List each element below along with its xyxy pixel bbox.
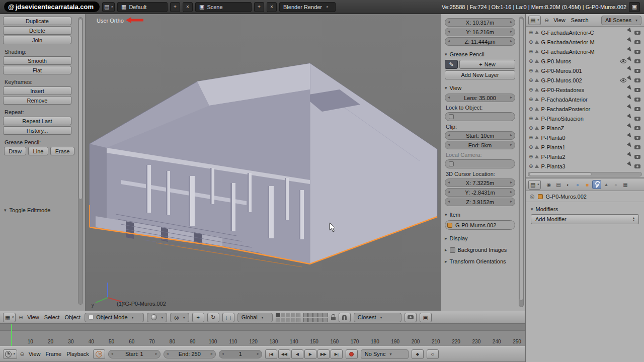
frame-start-field[interactable]: ◂Start: 1▸: [108, 350, 160, 358]
editor-type-button[interactable]: ▦▾: [3, 313, 16, 322]
repeat-last-button[interactable]: Repeat Last: [3, 117, 71, 125]
restrict-render-icon[interactable]: [634, 164, 640, 168]
layer-toggle[interactable]: [303, 318, 308, 322]
layer-toggle[interactable]: [281, 313, 285, 317]
insert-keyframe-button[interactable]: Insert: [3, 86, 71, 95]
n-panel-scrollbar[interactable]: [519, 17, 524, 307]
outliner-item[interactable]: ⊕P-PlanoZ: [527, 123, 642, 133]
new-grease-pencil-button[interactable]: +New: [459, 60, 515, 69]
delete-layout-button[interactable]: ×: [183, 2, 193, 12]
opengl-render-button[interactable]: [405, 313, 417, 322]
toggle-editmode-panel-header[interactable]: ▾ Toggle Editmode: [4, 207, 50, 213]
increment-arrow-icon[interactable]: ▸: [510, 142, 512, 147]
layer-toggle[interactable]: [308, 313, 313, 317]
outliner-item[interactable]: ⊕G-FachadaAnterior-M: [527, 47, 642, 56]
collapse-menus-icon[interactable]: ⊖: [20, 351, 25, 357]
menu-search[interactable]: Search: [570, 17, 590, 23]
jump-to-end-button[interactable]: ▶|: [331, 349, 343, 359]
tab-modifiers[interactable]: [592, 180, 601, 189]
outliner-item[interactable]: ⊕G-P0-Muros: [527, 56, 642, 66]
model-3d[interactable]: [86, 14, 441, 311]
tab-object[interactable]: [583, 180, 592, 189]
restrict-render-icon[interactable]: [634, 107, 640, 111]
decrement-arrow-icon[interactable]: ◂: [448, 190, 450, 194]
restrict-render-icon[interactable]: [634, 78, 640, 82]
layer-toggle[interactable]: [308, 318, 313, 322]
prev-keyframe-button[interactable]: ◀◀: [278, 349, 290, 359]
collapse-menus-icon[interactable]: ⊖: [19, 314, 23, 321]
layer-toggle[interactable]: [318, 313, 323, 317]
modifiers-panel-header[interactable]: ▾ Modifiers: [531, 206, 644, 212]
use-preview-range-button[interactable]: [93, 349, 105, 359]
delete-keyframe-button[interactable]: ◇: [427, 349, 439, 359]
layer-toggle[interactable]: [276, 313, 280, 317]
tab-world[interactable]: [573, 180, 582, 189]
expand-icon[interactable]: ⊕: [529, 135, 533, 140]
outliner-item[interactable]: ⊕P-Planta0: [527, 133, 642, 142]
layer-toggle[interactable]: [318, 318, 323, 322]
current-frame-field[interactable]: ◂1▸: [219, 350, 262, 358]
outliner-item[interactable]: ⊕P-Planta1: [527, 142, 642, 152]
background-images-panel-header[interactable]: ▸Background Images: [445, 247, 515, 253]
menu-view[interactable]: View: [26, 314, 40, 320]
expand-icon[interactable]: ⊕: [529, 116, 533, 121]
restrict-render-icon[interactable]: [634, 88, 640, 92]
restrict-select-icon[interactable]: [627, 95, 634, 102]
restrict-select-icon[interactable]: [627, 114, 634, 121]
restrict-select-icon[interactable]: [627, 133, 634, 140]
increment-arrow-icon[interactable]: ▸: [510, 39, 512, 43]
restrict-select-icon[interactable]: [627, 56, 634, 64]
outliner-display-mode-selector[interactable]: All Scenes ▾: [601, 16, 641, 25]
viewport-3d[interactable]: User Ortho x y (1) G-P0-Muros.002: [86, 14, 441, 311]
tab-object-data[interactable]: [602, 180, 611, 189]
snap-element-selector[interactable]: Closest ▾: [354, 313, 401, 322]
object-name-field[interactable]: G-P0-Muros.002: [445, 220, 515, 230]
layer-toggle[interactable]: [313, 318, 318, 322]
restrict-select-icon[interactable]: [627, 47, 634, 54]
grease-pencil-draw-button[interactable]: ✎: [445, 60, 458, 69]
history-button[interactable]: History...: [3, 126, 71, 135]
grease-line-button[interactable]: Line: [28, 147, 48, 155]
add-scene-button[interactable]: +: [254, 2, 264, 12]
restrict-render-icon[interactable]: [634, 69, 640, 73]
grease-erase-button[interactable]: Erase: [50, 147, 74, 155]
expand-icon[interactable]: ⊕: [529, 163, 533, 169]
expand-icon[interactable]: ⊕: [529, 58, 533, 64]
increment-arrow-icon[interactable]: ▸: [510, 199, 512, 204]
decrement-arrow-icon[interactable]: ◂: [167, 351, 169, 356]
view-panel-header[interactable]: ▾View: [445, 85, 515, 91]
increment-arrow-icon[interactable]: ▸: [510, 29, 512, 34]
viewport-shading-selector[interactable]: ▾: [147, 313, 167, 322]
manipulator-rotate-button[interactable]: ↻: [207, 313, 219, 322]
tab-texture[interactable]: [621, 180, 630, 189]
clip-end-field[interactable]: ◂End: 5km▸: [445, 141, 515, 149]
decrement-arrow-icon[interactable]: ◂: [448, 133, 450, 137]
expand-icon[interactable]: ⊕: [529, 125, 533, 131]
increment-arrow-icon[interactable]: ▸: [510, 180, 512, 185]
layer-toggle[interactable]: [324, 313, 328, 317]
lens-field[interactable]: ◂Lens: 35.000▸: [445, 94, 515, 102]
editor-type-button[interactable]: ▤▾: [528, 180, 541, 190]
transform-orientations-panel-header[interactable]: ▸Transform Orientations: [445, 258, 515, 264]
expand-icon[interactable]: ⊕: [529, 49, 533, 54]
expand-icon[interactable]: ⊕: [529, 68, 533, 73]
flat-button[interactable]: Flat: [3, 66, 71, 74]
expand-icon[interactable]: ⊕: [529, 77, 533, 83]
manipulator-translate-button[interactable]: +: [192, 313, 204, 322]
outliner-item[interactable]: ⊕G-FachadaAnterior-C: [527, 28, 642, 37]
expand-icon[interactable]: ⊕: [529, 30, 533, 35]
smooth-button[interactable]: Smooth: [3, 56, 71, 65]
item-panel-header[interactable]: ▾Item: [445, 212, 515, 218]
increment-arrow-icon[interactable]: ▸: [510, 95, 512, 100]
sync-mode-selector[interactable]: No Sync ▾: [361, 349, 409, 359]
outliner-item[interactable]: ⊕G-FachadaAnterior-M: [527, 37, 642, 47]
restrict-render-icon[interactable]: [634, 155, 640, 159]
increment-arrow-icon[interactable]: ▸: [257, 351, 259, 356]
restrict-select-icon[interactable]: [627, 123, 634, 131]
menu-view[interactable]: View: [28, 351, 42, 357]
display-panel-header[interactable]: ▸Display: [445, 235, 515, 241]
next-keyframe-button[interactable]: ▶▶: [317, 349, 330, 359]
outliner-item[interactable]: ⊕P-FachadaPosterior: [527, 104, 642, 114]
restrict-render-icon[interactable]: [634, 136, 640, 140]
increment-arrow-icon[interactable]: ▸: [510, 133, 512, 137]
